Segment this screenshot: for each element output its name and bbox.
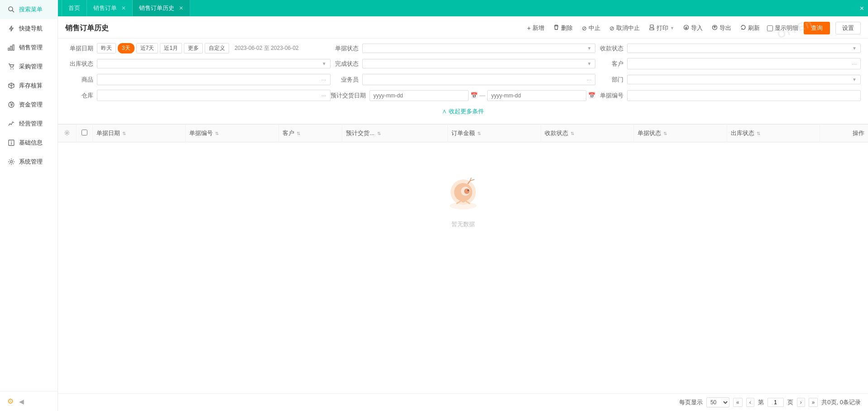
- salesman-input[interactable]: ···: [362, 74, 596, 85]
- sidebar-item-quicknav-label: 快捷导航: [19, 24, 43, 33]
- sort-icon-billstatus[interactable]: ⇅: [663, 131, 667, 136]
- out-status-label: 出库状态: [65, 60, 97, 68]
- query-button[interactable]: 查询: [804, 22, 830, 34]
- select-all-checkbox[interactable]: [82, 130, 87, 135]
- filter-cell-customer: 客户 ···: [595, 58, 861, 69]
- out-status-select[interactable]: ▼: [97, 59, 331, 68]
- empty-illustration: [441, 169, 486, 215]
- svg-point-24: [464, 189, 470, 194]
- prev-page-button[interactable]: ‹: [746, 398, 754, 407]
- print-button[interactable]: 打印 ▼: [647, 23, 676, 33]
- sort-icon-outstatus[interactable]: ⇅: [757, 131, 760, 136]
- filter-row-2: 出库状态 ▼ 完成状态 ▼ 客户 ···: [65, 58, 861, 69]
- sidebar-item-inventory[interactable]: 库存核算: [0, 76, 58, 95]
- billno-input[interactable]: [627, 90, 861, 101]
- payment-status-chevron: ▼: [852, 46, 857, 51]
- svg-rect-3: [10, 46, 12, 50]
- display-toggle[interactable]: 显示明细: [767, 24, 798, 32]
- filter-cell-date: 单据日期 昨天 3天 近7天 近1月 更多 自定义 2023-06-02 至 2…: [65, 43, 331, 53]
- complete-status-select[interactable]: ▼: [362, 59, 596, 68]
- sidebar-item-finance-label: 资金管理: [19, 101, 43, 109]
- filter-collapse[interactable]: ∧ 收起更多条件: [65, 106, 861, 119]
- svg-rect-13: [555, 25, 557, 26]
- sort-icon-amount[interactable]: ⇅: [477, 131, 481, 136]
- import-button[interactable]: 导入: [681, 23, 705, 33]
- tab-sales-order-close[interactable]: ✕: [121, 5, 126, 11]
- sidebar-settings-icon[interactable]: ⚙: [7, 397, 14, 406]
- sidebar-item-search[interactable]: 搜索菜单: [0, 0, 58, 19]
- th-actions: 操作: [820, 125, 868, 142]
- tab-home[interactable]: 首页: [62, 0, 87, 16]
- export-button[interactable]: 导出: [710, 23, 733, 33]
- th-settings[interactable]: [58, 125, 76, 142]
- page-number-input[interactable]: [767, 398, 784, 407]
- date-btn-3days[interactable]: 3天: [118, 43, 134, 53]
- export-icon: [712, 24, 718, 32]
- delivery-end-input[interactable]: [487, 90, 586, 101]
- sidebar-item-basicinfo-label: 基础信息: [19, 139, 43, 147]
- th-bill-status: 单据状态 ⇅: [634, 125, 727, 142]
- sort-icon-delivery[interactable]: ⇅: [377, 131, 381, 136]
- filter-cell-product: 商品 ···: [65, 74, 331, 85]
- delivery-calendar-end[interactable]: 📅: [588, 92, 595, 99]
- delete-button[interactable]: 删除: [551, 23, 575, 33]
- setting-button[interactable]: 设置: [835, 22, 861, 34]
- product-input[interactable]: ···: [97, 74, 331, 85]
- bill-status-select[interactable]: ▼: [362, 44, 596, 53]
- tab-sales-order-history-label: 销售订单历史: [139, 4, 174, 12]
- sort-icon-date[interactable]: ⇅: [122, 131, 126, 136]
- delivery-start-input[interactable]: [369, 90, 469, 101]
- page-header: 销售订单历史 + 新增 删除 ⊘ 中止 ⊘ 取消中: [58, 16, 868, 39]
- refresh-button[interactable]: 刷新: [739, 23, 762, 33]
- first-page-button[interactable]: «: [733, 398, 743, 407]
- sidebar-item-quicknav[interactable]: 快捷导航: [0, 19, 58, 38]
- sidebar-item-system[interactable]: 系统管理: [0, 152, 58, 171]
- pagination: 每页显示 50 10 20 100 « ‹ 第 页 › » 共0页, 0条记录: [58, 393, 868, 411]
- sidebar-item-basicinfo[interactable]: 基础信息: [0, 133, 58, 152]
- stop-button[interactable]: ⊘ 中止: [580, 23, 602, 33]
- th-date: 单据日期 ⇅: [92, 125, 186, 142]
- sort-icon-customer[interactable]: ⇅: [297, 131, 300, 136]
- th-check[interactable]: [76, 125, 92, 142]
- info-icon: [7, 139, 15, 147]
- next-page-button[interactable]: ›: [797, 398, 805, 407]
- last-page-button[interactable]: »: [809, 398, 818, 407]
- customer-input[interactable]: ···: [627, 58, 861, 69]
- shopping-icon: [7, 63, 15, 71]
- date-btn-7days[interactable]: 近7天: [136, 43, 158, 53]
- dept-select[interactable]: ▼: [627, 75, 861, 84]
- warehouse-input[interactable]: ···: [97, 90, 331, 101]
- payment-status-select[interactable]: ▼: [627, 44, 861, 53]
- sidebar-item-operations[interactable]: 经营管理: [0, 114, 58, 133]
- date-btn-custom[interactable]: 自定义: [205, 43, 229, 53]
- top-nav: 首页 销售订单 ✕ 销售订单历史 ✕ ✕: [58, 0, 868, 16]
- date-btn-1month[interactable]: 近1月: [160, 43, 182, 53]
- tab-sales-order-history-close[interactable]: ✕: [179, 5, 183, 11]
- delivery-calendar-start[interactable]: 📅: [470, 92, 478, 99]
- date-btn-yesterday[interactable]: 昨天: [97, 43, 116, 53]
- sort-icon-payment[interactable]: ⇅: [571, 131, 574, 136]
- empty-state: 暂无数据: [58, 142, 868, 256]
- svg-point-25: [467, 189, 469, 191]
- window-close-icon[interactable]: ✕: [859, 5, 864, 12]
- filter-cell-salesman: 业务员 ···: [331, 74, 596, 85]
- date-btn-more[interactable]: 更多: [184, 43, 203, 53]
- add-button[interactable]: + 新增: [525, 23, 546, 33]
- sidebar-item-finance[interactable]: ¥ 资金管理: [0, 95, 58, 114]
- delete-icon: [553, 24, 559, 32]
- filter-cell-bill-status: 单据状态 ▼: [331, 44, 596, 53]
- payment-status-label: 收款状态: [595, 44, 627, 53]
- tab-sales-order[interactable]: 销售订单 ✕: [87, 0, 133, 16]
- sidebar-item-sales[interactable]: 销售管理: [0, 38, 58, 57]
- sidebar-item-purchase[interactable]: 采购管理: [0, 57, 58, 76]
- sidebar-collapse-icon[interactable]: ◀: [19, 398, 24, 405]
- display-toggle-checkbox[interactable]: [767, 25, 773, 31]
- page-size-select[interactable]: 50 10 20 100: [706, 397, 729, 407]
- th-customer: 客户 ⇅: [278, 125, 342, 142]
- stop-icon: ⊘: [582, 25, 587, 32]
- tab-sales-order-history[interactable]: 销售订单历史 ✕: [133, 0, 190, 16]
- svg-point-12: [10, 161, 13, 163]
- sort-icon-billno[interactable]: ⇅: [215, 131, 219, 136]
- th-payment-status: 收款状态 ⇅: [541, 125, 634, 142]
- cancel-stop-button[interactable]: ⊘ 取消中止: [608, 23, 642, 33]
